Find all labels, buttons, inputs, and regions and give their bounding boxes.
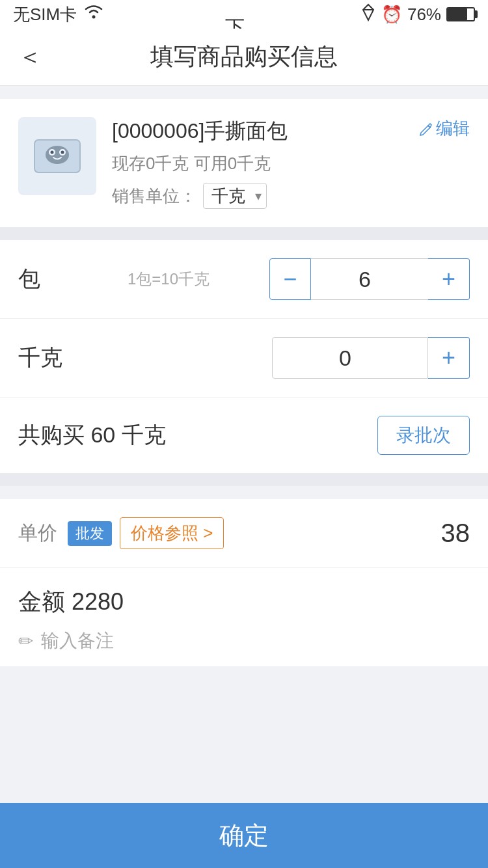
back-button[interactable]: ＜ xyxy=(18,41,42,73)
status-left: 无SIM卡 xyxy=(13,3,104,26)
package-quantity-control: − + xyxy=(269,258,470,300)
page-title: 填写商品购买信息 xyxy=(150,41,338,73)
unit-select[interactable]: 千克 包 xyxy=(203,183,267,209)
package-hint: 1包=10千克 xyxy=(128,269,269,290)
product-name: [0000006]手撕面包 xyxy=(112,117,288,146)
wifi-icon xyxy=(83,5,104,25)
total-row: 共购买 60 千克 录批次 xyxy=(0,398,488,473)
amount-section: 金额 2280 ✏ 输入备注 xyxy=(0,568,488,666)
svg-point-0 xyxy=(92,15,96,18)
section-divider-1 xyxy=(0,227,488,240)
price-tag: 批发 xyxy=(68,521,112,546)
total-label: 共购买 60 千克 xyxy=(18,420,166,450)
batch-button[interactable]: 录批次 xyxy=(377,416,470,455)
battery-text: 76% xyxy=(407,5,441,25)
nav-bar: ＜ 填写商品购买信息 xyxy=(0,29,488,86)
price-reference-button[interactable]: 价格参照 > xyxy=(120,517,224,549)
product-edit-button[interactable]: 编辑 xyxy=(419,117,470,140)
unit-select-wrap[interactable]: 千克 包 xyxy=(203,183,267,209)
product-stock: 现存0千克 可用0千克 xyxy=(112,152,470,175)
svg-point-6 xyxy=(51,151,54,154)
package-input-section: 包 1包=10千克 − + 千克 + xyxy=(0,240,488,398)
kilogram-input-row: 千克 + xyxy=(0,319,488,398)
note-row[interactable]: ✏ 输入备注 xyxy=(18,629,470,653)
product-image xyxy=(18,117,96,195)
price-row: 单价 批发 价格参照 > 38 xyxy=(0,499,488,568)
package-label: 包 xyxy=(18,264,122,294)
package-quantity-input[interactable] xyxy=(311,258,428,300)
price-label: 单价 xyxy=(18,520,57,547)
status-right: ⏰ 76% xyxy=(360,3,475,26)
package-input-row: 包 1包=10千克 − + xyxy=(0,240,488,319)
kilogram-increment-button[interactable]: + xyxy=(428,337,470,379)
package-decrement-button[interactable]: − xyxy=(269,258,311,300)
svg-point-3 xyxy=(46,146,69,164)
kilogram-label: 千克 xyxy=(18,343,122,373)
status-bar: 无SIM卡 下午2:56 ⏰ 76% xyxy=(0,0,488,29)
carrier-text: 无SIM卡 xyxy=(13,3,77,26)
price-section: 单价 批发 价格参照 > 38 xyxy=(0,499,488,568)
confirm-button[interactable]: 确定 xyxy=(0,803,488,868)
amount-label: 金额 2280 xyxy=(18,586,470,618)
kilogram-quantity-control: + xyxy=(272,337,470,379)
section-divider-2 xyxy=(0,473,488,486)
svg-point-7 xyxy=(61,151,64,154)
price-value: 38 xyxy=(441,519,470,548)
product-name-row: [0000006]手撕面包 编辑 xyxy=(112,117,470,146)
kilogram-quantity-input[interactable] xyxy=(272,337,428,379)
alarm-icon: ⏰ xyxy=(381,5,402,25)
product-card: [0000006]手撕面包 编辑 现存0千克 可用0千克 销售单位： 千克 包 xyxy=(0,99,488,227)
location-icon xyxy=(360,3,376,26)
product-logo-icon xyxy=(31,137,83,176)
product-info: [0000006]手撕面包 编辑 现存0千克 可用0千克 销售单位： 千克 包 xyxy=(112,117,470,209)
pencil-icon: ✏ xyxy=(18,631,33,652)
package-increment-button[interactable]: + xyxy=(428,258,470,300)
battery-icon xyxy=(446,7,475,21)
note-placeholder: 输入备注 xyxy=(41,629,114,653)
product-unit-row: 销售单位： 千克 包 xyxy=(112,183,470,209)
